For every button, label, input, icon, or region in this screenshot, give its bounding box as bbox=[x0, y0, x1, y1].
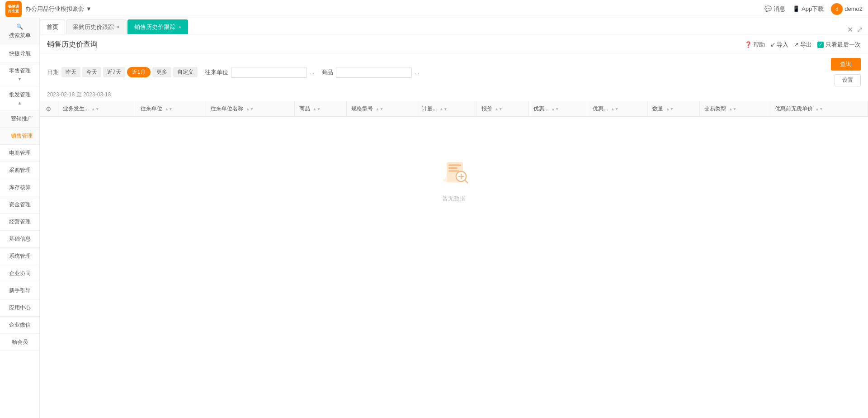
table-col-quoted-price[interactable]: 报价 ▲▼ bbox=[476, 101, 528, 117]
sidebar-item-marketing[interactable]: 营销推广 bbox=[0, 110, 39, 128]
sidebar-item-ecommerce[interactable]: 电商管理 bbox=[0, 145, 39, 162]
sidebar-wholesale-label: 批发管理 bbox=[9, 91, 31, 99]
sort-icon-9: ▲▼ bbox=[611, 107, 619, 111]
filter-right-actions: 查询 设置 bbox=[831, 58, 861, 86]
table-col-spec[interactable]: 规格型号 ▲▼ bbox=[347, 101, 417, 117]
sidebar-sales-label: 销售管理 bbox=[11, 132, 33, 140]
sidebar-item-purchase[interactable]: 采购管理 bbox=[0, 162, 39, 179]
date-btn-custom[interactable]: 自定义 bbox=[173, 67, 198, 77]
message-btn[interactable]: 💬 消息 bbox=[764, 5, 785, 13]
table-col-counterpart[interactable]: 往来单位 ▲▼ bbox=[136, 101, 206, 117]
table-col-pretax-price[interactable]: 优惠前无税单价 ▲▼ bbox=[770, 101, 868, 117]
date-btn-more[interactable]: 更多 bbox=[152, 67, 171, 77]
sidebar-item-shortcuts[interactable]: 快捷导航 bbox=[0, 45, 39, 62]
sidebar-retail-label: 零售管理 bbox=[9, 67, 31, 75]
message-icon: 💬 bbox=[764, 5, 772, 12]
tab-home-label: 首页 bbox=[47, 23, 58, 31]
sort-icon-5: ▲▼ bbox=[376, 107, 384, 111]
export-btn[interactable]: ↗ 导出 bbox=[794, 41, 812, 49]
sidebar-item-sales[interactable]: 销售管理 bbox=[0, 128, 39, 145]
table-col-business-date[interactable]: 业务发生... ▲▼ bbox=[58, 101, 136, 117]
sidebar-item-enterprise-collab[interactable]: 企业协同 bbox=[0, 265, 39, 282]
sidebar-marketing-label: 营销推广 bbox=[11, 115, 33, 123]
source-unit-input[interactable] bbox=[231, 67, 307, 78]
help-icon: ❓ bbox=[745, 41, 752, 48]
goods-input[interactable] bbox=[336, 67, 412, 78]
sidebar-item-basic-info[interactable]: 基础信息 bbox=[0, 231, 39, 248]
sidebar-finance-label: 资金管理 bbox=[9, 201, 31, 209]
col-pretaxprice-label: 优惠前无税单价 bbox=[775, 105, 813, 112]
tab-sales-history[interactable]: 销售历史价跟踪 × bbox=[127, 19, 188, 34]
col-discount2-label: 优惠... bbox=[593, 105, 608, 112]
query-button[interactable]: 查询 bbox=[831, 58, 861, 71]
date-btn-yesterday[interactable]: 昨天 bbox=[61, 67, 80, 77]
table-col-settings[interactable]: ⚙ bbox=[40, 101, 58, 117]
svg-rect-2 bbox=[448, 165, 461, 166]
import-icon: ↙ bbox=[770, 41, 775, 48]
goods-dots[interactable]: ... bbox=[415, 69, 419, 76]
date-btn-1month[interactable]: 近1月 bbox=[127, 67, 151, 77]
sidebar-item-operations[interactable]: 经营管理 bbox=[0, 214, 39, 231]
goods-group: 商品 ... bbox=[321, 67, 419, 78]
right-panel: 首页 采购历史价跟踪 × 销售历史价跟踪 × ✕ ⤢ 销售历史价查询 bbox=[40, 18, 868, 418]
sidebar-item-enterprise-wechat[interactable]: 企业微信 bbox=[0, 317, 39, 334]
sidebar-item-system[interactable]: 系统管理 bbox=[0, 248, 39, 265]
page-title: 销售历史价查询 bbox=[47, 40, 98, 49]
app-title[interactable]: 办公用品行业模拟账套 ▼ bbox=[25, 5, 92, 13]
sidebar-item-wholesale[interactable]: 批发管理 ▲ bbox=[0, 86, 39, 110]
download-icon: 📱 bbox=[793, 5, 800, 12]
sidebar-item-members[interactable]: 畅会员 bbox=[0, 334, 39, 351]
message-label: 消息 bbox=[774, 5, 785, 13]
sidebar-item-search[interactable]: 🔍 搜索菜单 bbox=[0, 18, 39, 45]
col-discount1-label: 优惠... bbox=[533, 105, 549, 112]
app-download-btn[interactable]: 📱 App下载 bbox=[793, 5, 824, 13]
empty-state: 暂无数据 bbox=[40, 117, 868, 239]
sidebar-item-retail[interactable]: 零售管理 ▼ bbox=[0, 62, 39, 86]
date-btn-today[interactable]: 今天 bbox=[82, 67, 101, 77]
source-unit-dots[interactable]: ... bbox=[310, 69, 314, 76]
svg-rect-3 bbox=[448, 167, 458, 169]
empty-state-text: 暂无数据 bbox=[442, 195, 466, 203]
table-col-unit[interactable]: 计量... ▲▼ bbox=[417, 101, 476, 117]
user-name: demo2 bbox=[844, 5, 863, 12]
checkbox-check-icon bbox=[817, 42, 824, 48]
table-col-goods[interactable]: 商品 ▲▼ bbox=[295, 101, 347, 117]
settings-button[interactable]: 设置 bbox=[835, 74, 861, 86]
tab-sales-close-icon[interactable]: × bbox=[178, 24, 181, 30]
top-bar: 畅捷通好生意 办公用品行业模拟账套 ▼ 💬 消息 📱 App下载 d demo2 bbox=[0, 0, 868, 18]
tab-maximize-icon[interactable]: ⤢ bbox=[857, 25, 863, 34]
help-btn[interactable]: ❓ 帮助 bbox=[745, 41, 765, 49]
col-counterpart-name-label: 往来单位名称 bbox=[211, 105, 243, 112]
sidebar-item-inventory[interactable]: 库存核算 bbox=[0, 179, 39, 196]
tab-home[interactable]: 首页 bbox=[40, 19, 65, 34]
sidebar-item-guide[interactable]: 新手引导 bbox=[0, 282, 39, 299]
table-col-quantity[interactable]: 数量 ▲▼ bbox=[648, 101, 700, 117]
tab-purchase-close-icon[interactable]: × bbox=[117, 24, 120, 30]
table-col-discount2[interactable]: 优惠... ▲▼ bbox=[588, 101, 648, 117]
only-last-checkbox[interactable]: 只看最后一次 bbox=[817, 41, 861, 49]
table-col-trade-type[interactable]: 交易类型 ▲▼ bbox=[700, 101, 770, 117]
sidebar-item-app-center[interactable]: 应用中心 bbox=[0, 299, 39, 317]
date-range-text: 2023-02-18 至 2023-03-18 bbox=[47, 91, 111, 98]
import-btn[interactable]: ↙ 导入 bbox=[770, 41, 788, 49]
filter-row: 日期 昨天 今天 近7天 近1月 更多 自定义 往来单位 .. bbox=[40, 53, 868, 91]
search-icon: 🔍 bbox=[16, 24, 23, 30]
table-col-discount1[interactable]: 优惠... ▲▼ bbox=[528, 101, 588, 117]
col-quantity-label: 数量 bbox=[652, 105, 663, 112]
table-settings-icon[interactable]: ⚙ bbox=[46, 105, 52, 113]
source-label: 往来单位 bbox=[205, 68, 228, 76]
sidebar-search-label: 搜索菜单 bbox=[9, 32, 31, 39]
tab-bar: 首页 采购历史价跟踪 × 销售历史价跟踪 × ✕ ⤢ bbox=[40, 18, 868, 34]
col-tradetype-label: 交易类型 bbox=[704, 105, 726, 112]
user-menu[interactable]: d demo2 bbox=[831, 3, 863, 15]
only-last-label: 只看最后一次 bbox=[826, 41, 861, 49]
table-col-counterpart-name[interactable]: 往来单位名称 ▲▼ bbox=[206, 101, 295, 117]
tab-purchase-history[interactable]: 采购历史价跟踪 × bbox=[66, 19, 127, 34]
export-label: 导出 bbox=[800, 41, 812, 49]
sidebar-item-finance[interactable]: 资金管理 bbox=[0, 196, 39, 214]
tab-close-all-icon[interactable]: ✕ bbox=[847, 25, 853, 34]
date-btn-7days[interactable]: 近7天 bbox=[103, 67, 125, 77]
sidebar-appcenter-label: 应用中心 bbox=[9, 304, 31, 312]
sort-icon-10: ▲▼ bbox=[666, 107, 674, 111]
sort-icon-11: ▲▼ bbox=[729, 107, 737, 111]
